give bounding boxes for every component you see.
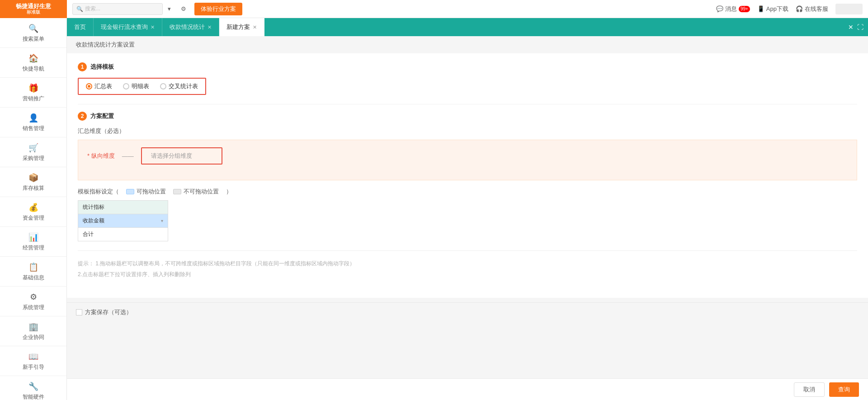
sidebar-label-finance: 资金管理 — [23, 214, 44, 222]
finance-icon: 💰 — [28, 202, 38, 212]
sidebar-item-basic-info[interactable]: 📋 基础信息 — [0, 257, 66, 287]
search-placeholder: 搜索... — [85, 5, 100, 13]
sidebar-label-quick-nav: 快捷导航 — [23, 65, 44, 73]
tab-new-plan-label: 新建方案 — [226, 23, 250, 31]
tab-stats[interactable]: 收款情况统计 ✕ — [162, 18, 219, 36]
dimension-area: 纵向维度 —— 请选择分组维度 — [78, 140, 857, 180]
brand-name: 畅捷通好生意 — [16, 3, 51, 10]
messages-label: 消息 — [725, 5, 737, 13]
sidebar: 🔍 搜索菜单 🏠 快捷导航 🎁 营销推广 👤 销售管理 🛒 采购管理 📦 库存核… — [0, 18, 67, 400]
stats-row-total: 合计 — [78, 228, 168, 241]
dimension-placeholder-text: 请选择分组维度 — [151, 152, 192, 159]
sidebar-item-quick-nav[interactable]: 🏠 快捷导航 — [0, 48, 66, 78]
indicator-title-text: 模板指标设定（ — [78, 188, 119, 196]
radio-summary-label: 汇总表 — [94, 82, 112, 90]
tab-cashflow[interactable]: 现金银行流水查询 ✕ — [94, 18, 162, 36]
purchase-icon: 🛒 — [28, 143, 38, 153]
brand-version: 标准版 — [27, 9, 40, 15]
sidebar-item-finance[interactable]: 💰 资金管理 — [0, 197, 66, 227]
message-badge: 99+ — [739, 6, 750, 12]
download-label: App下载 — [766, 5, 788, 13]
stats-cell-payment[interactable]: 收款金额 ▾ — [78, 214, 168, 228]
legend-blue-box — [126, 189, 134, 194]
guide-icon: 📖 — [28, 352, 38, 362]
step2-badge: 2 — [78, 112, 87, 121]
save-checkbox[interactable] — [76, 309, 82, 315]
app-download-btn[interactable]: 📱 App下载 — [757, 5, 788, 13]
sidebar-item-guide[interactable]: 📖 新手引导 — [0, 346, 66, 376]
stats-total-label: 合计 — [83, 231, 94, 237]
topbar: 畅捷通好生意 标准版 🔍 搜索... ▾ ⚙ 体验行业方案 💬 消息 99+ 📱… — [0, 0, 868, 18]
tab-stats-close[interactable]: ✕ — [208, 24, 212, 30]
sidebar-item-marketing[interactable]: 🎁 营销推广 — [0, 78, 66, 108]
sidebar-label-operation: 经营管理 — [23, 244, 44, 252]
dimension-section: 汇总维度（必选） 纵向维度 —— 请选择分组维度 — [78, 127, 857, 180]
radio-detail-label: 明细表 — [132, 82, 149, 90]
tab-home[interactable]: 首页 — [67, 18, 94, 36]
content-area: 首页 现金银行流水查询 ✕ 收款情况统计 ✕ 新建方案 ✕ ✕ ⛶ — [67, 18, 868, 400]
support-btn[interactable]: 🎧 在线客服 — [796, 5, 828, 13]
sales-icon: 👤 — [28, 113, 38, 123]
save-section: 方案保存（可选） — [67, 302, 868, 322]
tab-stats-label: 收款情况统计 — [170, 23, 205, 31]
step1-title: 选择模板 — [90, 63, 114, 71]
sidebar-item-system[interactable]: ⚙ 系统管理 — [0, 287, 66, 316]
dimension-placeholder[interactable]: 请选择分组维度 — [141, 147, 222, 165]
step2-title: 方案配置 — [90, 112, 114, 120]
main-container: 🔍 搜索菜单 🏠 快捷导航 🎁 营销推广 👤 销售管理 🛒 采购管理 📦 库存核… — [0, 18, 868, 400]
radio-cross-label: 交叉统计表 — [169, 82, 198, 90]
legend-fixed-label: 不可拖动位置 — [184, 188, 219, 196]
settings-icon[interactable]: ⚙ — [177, 3, 190, 15]
support-label: 在线客服 — [805, 5, 828, 13]
form-container: 1 选择模板 汇总表 明细表 — [67, 53, 868, 298]
topbar-right: 💬 消息 99+ 📱 App下载 🎧 在线客服 — [716, 4, 863, 14]
radio-summary[interactable]: 汇总表 — [86, 82, 112, 90]
save-label: 方案保存（可选） — [85, 308, 132, 316]
tips-line2: 2.点击标题栏下拉可设置排序、插入列和删除列 — [78, 269, 857, 280]
sidebar-label-system: 系统管理 — [23, 304, 44, 311]
sidebar-item-hardware[interactable]: 🔧 智能硬件 — [0, 376, 66, 400]
download-icon: 📱 — [757, 5, 764, 12]
radio-detail[interactable]: 明细表 — [123, 82, 149, 90]
radio-cross[interactable]: 交叉统计表 — [160, 82, 198, 90]
sidebar-item-operation[interactable]: 📊 经营管理 — [0, 227, 66, 257]
close-all-icon[interactable]: ✕ — [848, 24, 854, 31]
vertical-dimension-row: 纵向维度 —— 请选择分组维度 — [87, 147, 848, 165]
tips-section: 提示： 1.拖动标题栏可以调整布局，不可跨维度或指标区域拖动栏目字段（只能在同一… — [78, 250, 857, 280]
tab-cashflow-close[interactable]: ✕ — [151, 24, 155, 30]
sidebar-item-purchase[interactable]: 🛒 采购管理 — [0, 137, 66, 167]
step-divider — [78, 104, 857, 104]
tab-new-plan-close[interactable]: ✕ — [253, 24, 257, 30]
industry-btn[interactable]: 体验行业方案 — [194, 3, 242, 15]
legend-draggable-label: 可拖动位置 — [137, 188, 166, 196]
indicator-section: 模板指标设定（ 可拖动位置 不可拖动位置 ） — [78, 188, 857, 241]
radio-summary-dot — [86, 83, 92, 89]
sidebar-label-sales: 销售管理 — [23, 125, 44, 132]
legend-gray-box — [173, 189, 181, 194]
step1-header: 1 选择模板 — [78, 62, 857, 71]
breadcrumb: 收款情况统计方案设置 — [67, 36, 868, 53]
expand-icon[interactable]: ⛶ — [857, 24, 863, 31]
sidebar-item-collab[interactable]: 🏢 企业协同 — [0, 316, 66, 346]
collab-icon: 🏢 — [28, 322, 38, 332]
sidebar-item-inventory[interactable]: 📦 库存核算 — [0, 167, 66, 197]
arrow-icon: —— — [122, 153, 134, 160]
page-content: 收款情况统计方案设置 1 选择模板 汇总表 — [67, 36, 868, 378]
sidebar-item-sales[interactable]: 👤 销售管理 — [0, 108, 66, 137]
quick-nav-icon: 🏠 — [28, 53, 38, 63]
query-button[interactable]: 查询 — [829, 382, 859, 397]
sidebar-label-hardware: 智能硬件 — [23, 393, 44, 400]
step2-header: 2 方案配置 — [78, 112, 857, 121]
search-bar[interactable]: 🔍 搜索... — [72, 3, 163, 15]
brand-logo: 畅捷通好生意 标准版 — [0, 0, 67, 18]
cancel-button[interactable]: 取消 — [794, 382, 825, 397]
tab-cashflow-label: 现金银行流水查询 — [101, 23, 148, 31]
dropdown-arrow[interactable]: ▾ — [165, 5, 174, 14]
tab-new-plan[interactable]: 新建方案 ✕ — [219, 18, 264, 36]
sidebar-item-search-menu[interactable]: 🔍 搜索菜单 — [0, 18, 66, 48]
user-avatar[interactable] — [835, 4, 863, 14]
legend-draggable: 可拖动位置 — [126, 188, 166, 196]
indicator-title-end: ） — [226, 188, 232, 196]
basic-info-icon: 📋 — [28, 262, 38, 272]
messages-btn[interactable]: 💬 消息 99+ — [716, 5, 750, 13]
